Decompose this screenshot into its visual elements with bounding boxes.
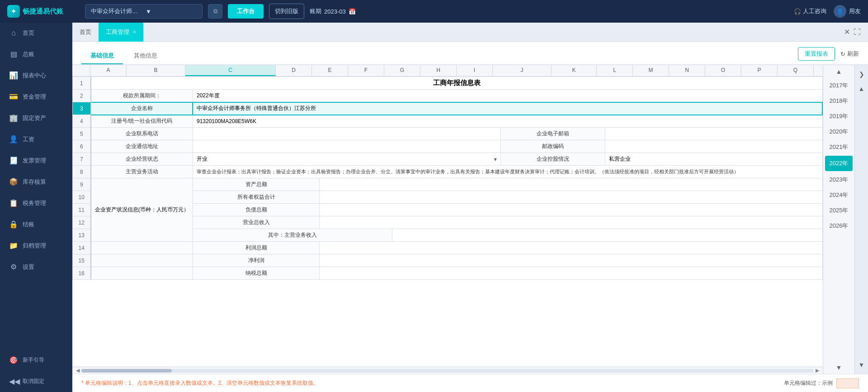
cell-3-label: 企业名称	[91, 102, 193, 115]
col-header-g: G	[384, 65, 420, 76]
cell-8-value[interactable]: 审查企业会计报表；出具审计报告；验证企业资本；出具验资报告；办理企业合并、分立、…	[193, 166, 822, 178]
subtab-basic[interactable]: 基础信息	[81, 48, 123, 64]
cell-2-label: 税款所属期间：	[91, 90, 193, 102]
sidebar-item-archive[interactable]: 📁 归档管理	[0, 235, 72, 256]
cell-7a-dropdown[interactable]: 开业 ▼	[193, 153, 500, 166]
sidebar-item-newbie[interactable]: 🎯 新手引导	[0, 349, 72, 371]
sidebar-item-settings[interactable]: ⚙ 设置	[0, 256, 72, 277]
year-item-2019[interactable]: 2019年	[823, 109, 854, 124]
sidebar-label-invoice: 发票管理	[23, 157, 46, 165]
maximize-icon[interactable]: ⛶	[854, 28, 861, 36]
reset-report-button[interactable]: 重置报表	[798, 47, 835, 61]
tab-home[interactable]: 首页	[72, 23, 99, 42]
company-selector[interactable]: 中审众环会计师事务所（特殊普通合伙… ▼	[85, 4, 203, 19]
settings-icon: ⚙	[9, 263, 18, 271]
sidebar-item-report[interactable]: 📊 报表中心	[0, 65, 72, 86]
sidebar-item-finance[interactable]: 💳 资金管理	[0, 86, 72, 107]
service-button[interactable]: 🎧 人工咨询	[794, 7, 826, 15]
year-item-2020[interactable]: 2020年	[823, 124, 854, 139]
subtab-other[interactable]: 其他信息	[125, 48, 166, 64]
inner-content: 基础信息 其他信息 重置报表 ↻ 刷新	[72, 42, 868, 392]
h-scroll-track[interactable]	[81, 369, 814, 373]
hint-text: * 单元格编辑说明：1、点击单元格直接录入数值或文本。2、清空单元格数值或文本恢…	[81, 379, 784, 387]
cell-6b-value[interactable]	[605, 140, 822, 153]
expand-up-button[interactable]: ▲	[856, 83, 867, 94]
year-item-2026[interactable]: 2026年	[823, 218, 854, 234]
table-row: 4 注册号/统一社会信用代码 91320100MA208E5W6K	[73, 115, 823, 128]
year-item-2021[interactable]: 2021年	[823, 139, 854, 155]
year-nav-up[interactable]: ▲	[831, 67, 847, 76]
row-num-1: 1	[73, 77, 91, 90]
headset-icon: 🎧	[794, 8, 801, 15]
year-item-2025[interactable]: 2025年	[823, 203, 854, 218]
sidebar-item-fixed[interactable]: 🏢 固定资产	[0, 107, 72, 129]
row-num-15: 15	[73, 254, 91, 267]
sidebar-item-salary[interactable]: 👤 工资	[0, 129, 72, 150]
refresh-icon: ↻	[840, 51, 845, 57]
year-item-2017[interactable]: 2017年	[823, 78, 854, 93]
tab-bizmanage[interactable]: 工商管理 ×	[99, 23, 143, 42]
year-nav-down[interactable]: ▼	[831, 363, 847, 372]
calendar-icon[interactable]: 📅	[349, 8, 356, 15]
cell-10-value[interactable]	[320, 191, 822, 204]
cell-11-value[interactable]	[320, 204, 822, 216]
refresh-button[interactable]: ↻ 刷新	[840, 50, 859, 58]
sidebar-item-home[interactable]: ⌂ 首页	[0, 23, 72, 43]
refresh-label: 刷新	[847, 50, 859, 58]
user-info[interactable]: 👤 用友	[834, 5, 861, 18]
year-item-2024[interactable]: 2024年	[823, 187, 854, 203]
sidebar-label-salary: 工资	[23, 135, 34, 143]
sidebar-item-inventory[interactable]: 📦 库存核算	[0, 171, 72, 192]
cell-5a-value[interactable]	[193, 128, 500, 140]
sidebar-item-invoice[interactable]: 🧾 发票管理	[0, 150, 72, 171]
cell-16-value[interactable]	[320, 267, 822, 280]
cell-9-value[interactable]	[320, 178, 822, 191]
copy-button[interactable]: ⧉	[208, 4, 222, 19]
tab-close-icon[interactable]: ×	[133, 29, 136, 35]
cell-3-value[interactable]: 中审众环会计师事务所（特殊普通合伙）江苏分所	[193, 102, 822, 115]
collapse-panel-button[interactable]: ❯	[856, 69, 867, 80]
spreadsheet-main: A B C D E F G H I J K L M N O	[72, 65, 823, 374]
sidebar-label-settings: 设置	[23, 263, 34, 271]
cell-14-value[interactable]	[320, 242, 822, 254]
cell-12-value[interactable]	[320, 216, 822, 229]
h-scroll-thumb[interactable]	[81, 369, 172, 373]
cell-4-value[interactable]: 91320100MA208E5W6K	[193, 115, 822, 128]
cell-15-value[interactable]	[320, 254, 822, 267]
header-right: 🎧 人工咨询 👤 用友	[794, 5, 861, 18]
sheet-title: 工商年报信息表	[91, 77, 822, 90]
cell-12-label: 营业总收入	[193, 216, 320, 229]
example-label: 单元格编辑过：示例	[784, 379, 833, 387]
cell-15-empty	[91, 254, 193, 267]
sidebar-item-ledger[interactable]: ▤ 总账	[0, 43, 72, 65]
year-nav-bottom: ▼	[823, 361, 854, 374]
sidebar-item-tax[interactable]: 📋 税务管理	[0, 192, 72, 214]
row-num-3: 3	[73, 102, 91, 115]
cell-7b-value[interactable]: 私营企业	[605, 153, 822, 166]
cell-2-value[interactable]: 2022年度	[193, 90, 822, 102]
sidebar-label-tax: 税务管理	[23, 199, 46, 207]
year-item-2022[interactable]: 2022年	[825, 156, 853, 171]
sidebar-label-archive: 归档管理	[23, 242, 46, 250]
col-header-l: L	[597, 65, 633, 76]
h-scroll[interactable]: ◀ ▶	[72, 367, 823, 374]
cell-5b-value[interactable]	[605, 128, 822, 140]
subtab-other-label: 其他信息	[134, 52, 157, 59]
subtab-bar: 基础信息 其他信息 重置报表 ↻ 刷新	[72, 42, 868, 65]
expand-down-button[interactable]: ▼	[856, 359, 867, 370]
sidebar: ⌂ 首页 ▤ 总账 📊 报表中心 💳 资金管理 🏢 固定资产 👤 工资 🧾 发票…	[0, 23, 72, 392]
cell-6a-value[interactable]	[193, 140, 500, 153]
archive-icon: 📁	[9, 241, 18, 250]
year-item-2018[interactable]: 2018年	[823, 93, 854, 109]
col-header-e: E	[312, 65, 348, 76]
close-window-icon[interactable]: ✕	[844, 28, 850, 36]
sidebar-item-closing[interactable]: 🔒 结账	[0, 214, 72, 235]
h-scroll-left-arrow[interactable]: ◀	[74, 367, 81, 374]
sheet-body[interactable]: 1 工商年报信息表 2 税款所属期间： 2022年度	[72, 76, 823, 367]
workbench-button[interactable]: 工作台	[228, 4, 264, 19]
cell-13-value[interactable]	[392, 229, 822, 242]
sidebar-item-unpin[interactable]: ◀◀ 取消固定	[0, 371, 72, 392]
year-item-2023[interactable]: 2023年	[823, 172, 854, 187]
switch-version-button[interactable]: 切到旧版	[269, 4, 304, 19]
h-scroll-right-arrow[interactable]: ▶	[814, 367, 821, 374]
